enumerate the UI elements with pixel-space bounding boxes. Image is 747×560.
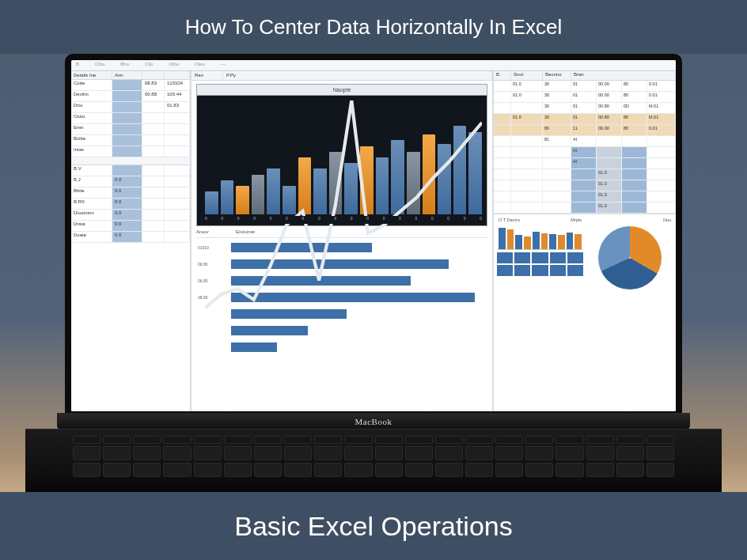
cell[interactable] — [112, 165, 142, 176]
cell[interactable]: 30 — [543, 81, 571, 91]
cell[interactable]: Drto — [71, 102, 112, 112]
ribbon-tab[interactable]: Olbo — [169, 62, 179, 69]
cell[interactable] — [165, 232, 190, 242]
cell[interactable] — [597, 158, 622, 168]
cell[interactable] — [647, 158, 676, 168]
cell[interactable] — [511, 103, 543, 113]
cell[interactable]: AI — [571, 147, 597, 157]
cell[interactable] — [165, 113, 190, 123]
table-row[interactable]: Bulite — [71, 135, 190, 146]
cell[interactable] — [165, 124, 190, 134]
cell[interactable]: Enet — [71, 124, 112, 134]
cell[interactable]: 01.0 — [511, 92, 543, 102]
cell[interactable]: 30 — [543, 103, 571, 113]
cell[interactable]: 01.0 — [597, 202, 622, 213]
cell[interactable]: 0.0 — [112, 176, 142, 187]
cell[interactable] — [511, 169, 543, 180]
cell[interactable]: 80 — [622, 92, 647, 102]
table-row[interactable]: 01.0 — [494, 169, 676, 180]
cell[interactable]: 01.83 — [165, 102, 190, 112]
cell[interactable]: 0.0 — [112, 221, 142, 231]
cell[interactable]: Doate — [71, 232, 112, 242]
cell[interactable] — [571, 191, 597, 202]
cell[interactable] — [543, 158, 571, 168]
cell[interactable] — [647, 169, 676, 180]
table-row[interactable]: B.V — [71, 165, 190, 176]
cell[interactable] — [494, 81, 511, 91]
cell[interactable] — [511, 158, 543, 168]
table-row[interactable]: B.J0.0 — [71, 176, 190, 187]
cell[interactable] — [165, 176, 190, 187]
cell[interactable] — [165, 135, 190, 146]
table-row[interactable]: 01.0 — [494, 191, 676, 202]
cell[interactable]: 00.00 — [597, 81, 622, 91]
cell[interactable]: 81 — [543, 136, 571, 146]
cell[interactable]: 110104 — [165, 80, 190, 90]
cell[interactable] — [142, 113, 165, 123]
cell[interactable] — [142, 146, 165, 157]
cell[interactable] — [494, 191, 511, 202]
cell[interactable] — [165, 146, 190, 157]
cell[interactable]: 0.0 — [112, 210, 142, 220]
cell[interactable] — [647, 180, 676, 191]
cell[interactable] — [142, 187, 165, 198]
table-row[interactable]: 01.0300100.8080M.01 — [494, 114, 676, 125]
cell[interactable] — [494, 158, 511, 168]
cell[interactable]: B.RX — [71, 199, 112, 209]
cell[interactable]: 100.44 — [165, 91, 190, 101]
cell[interactable]: 00.88 — [142, 91, 165, 101]
cell[interactable] — [142, 135, 165, 146]
cell[interactable]: Drata — [71, 221, 112, 231]
cell[interactable] — [142, 199, 165, 209]
table-row[interactable]: B.RX0.0 — [71, 199, 190, 210]
cell[interactable] — [647, 136, 676, 146]
cell[interactable] — [494, 92, 511, 102]
ribbon-tab[interactable]: — — [221, 62, 226, 69]
cell[interactable]: 0D — [622, 103, 647, 113]
cell[interactable] — [597, 136, 622, 146]
cell[interactable] — [543, 169, 571, 180]
cell[interactable] — [165, 199, 190, 209]
cell[interactable] — [511, 136, 543, 146]
cell[interactable] — [142, 221, 165, 231]
cell[interactable] — [622, 169, 647, 180]
table-row[interactable]: 01.0300100.00800.01 — [494, 81, 676, 92]
table-row[interactable]: Drto01.83 — [71, 102, 190, 113]
cell[interactable]: 00.00 — [597, 92, 622, 102]
cell[interactable]: 0.01 — [647, 125, 676, 135]
cell[interactable] — [494, 180, 511, 191]
cell[interactable]: 80 — [622, 125, 647, 135]
table-row[interactable]: Doate0.0 — [71, 232, 190, 243]
cell[interactable] — [112, 80, 142, 90]
cell[interactable] — [112, 91, 142, 101]
table-row[interactable]: Bhite0.0 — [71, 187, 190, 199]
cell[interactable] — [494, 202, 511, 213]
ribbon-tab[interactable]: Cllo — [145, 62, 153, 69]
cell[interactable] — [494, 103, 511, 113]
cell[interactable] — [647, 147, 676, 157]
table-row[interactable]: Drata0.0 — [71, 221, 190, 232]
cell[interactable] — [622, 202, 647, 213]
cell[interactable] — [142, 176, 165, 187]
cell[interactable]: 08.83 — [142, 80, 165, 90]
cell[interactable] — [112, 146, 142, 157]
cell[interactable] — [112, 113, 142, 123]
cell[interactable]: 06.00 — [597, 125, 622, 135]
cell[interactable] — [571, 202, 597, 213]
cell[interactable]: 01 — [571, 92, 597, 102]
cell[interactable]: 80 — [543, 125, 571, 135]
cell[interactable]: B.J — [71, 176, 112, 187]
cell[interactable]: Bhite — [71, 187, 112, 198]
cell[interactable] — [165, 165, 190, 176]
cell[interactable]: 01 — [571, 114, 597, 124]
ribbon-tab[interactable]: Oleo — [195, 62, 205, 69]
table-row[interactable]: 01.0 — [494, 180, 676, 191]
cell[interactable]: 0.01 — [647, 81, 676, 91]
cell[interactable]: AI — [571, 158, 597, 168]
table-row[interactable]: Devtlm00.88100.44 — [71, 91, 190, 102]
cell[interactable]: M.01 — [647, 103, 676, 113]
cell[interactable] — [511, 147, 543, 157]
cell[interactable] — [543, 147, 571, 157]
cell[interactable]: 01 — [571, 81, 597, 91]
cell[interactable] — [494, 169, 511, 180]
